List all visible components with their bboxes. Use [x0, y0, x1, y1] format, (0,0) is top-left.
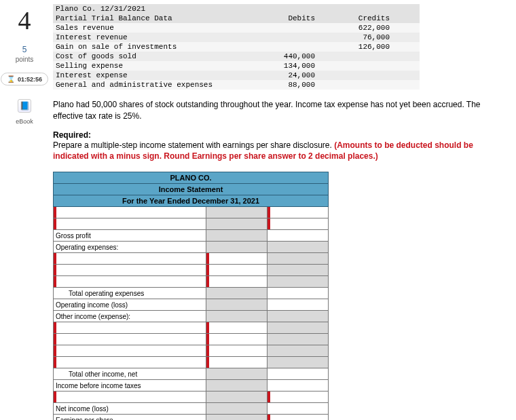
question-number: 4 — [18, 5, 31, 35]
tb-title-2: Partial Trial Balance Data — [53, 14, 243, 23]
is-amount — [268, 288, 329, 299]
hourglass-icon: ⌛ — [7, 75, 15, 83]
is-amount-input[interactable] — [206, 334, 268, 345]
is-cell — [206, 299, 268, 311]
is-dropdown[interactable] — [54, 207, 206, 218]
is-cell — [206, 288, 268, 299]
tb-row-deb — [243, 33, 318, 42]
is-header-3: For the Year Ended December 31, 2021 — [54, 195, 329, 207]
is-dropdown[interactable] — [54, 392, 206, 403]
is-amount-input[interactable] — [206, 357, 268, 368]
tb-row-label: Selling expense — [53, 61, 243, 71]
timer-text: 01:52:56 — [18, 76, 42, 83]
is-label: Operating expenses: — [54, 242, 206, 253]
is-amount — [268, 368, 329, 380]
is-dropdown[interactable] — [54, 345, 206, 357]
ebook-icon[interactable]: 📘 — [18, 99, 31, 113]
is-dropdown[interactable] — [54, 276, 206, 288]
is-cell — [268, 253, 329, 265]
is-amount-input[interactable] — [206, 265, 268, 276]
is-cell — [206, 218, 268, 230]
required-text: Prepare a multiple-step income statement… — [53, 140, 334, 150]
tb-row-deb: 134,000 — [243, 61, 318, 71]
timer-pill: ⌛ 01:52:56 — [1, 73, 48, 85]
tb-row-deb — [243, 23, 318, 33]
required-body: Prepare a multiple-step income statement… — [53, 140, 509, 163]
tb-row-deb: 88,000 — [243, 80, 318, 90]
tb-row-cred — [318, 61, 392, 71]
is-label: Gross profit — [54, 230, 206, 242]
tb-row-label: Cost of goods sold — [53, 52, 243, 61]
is-amount — [268, 299, 329, 311]
tb-col-credits: Credits — [318, 14, 392, 23]
trial-balance-box: Plano Co. 12/31/2021 Partial Trial Balan… — [53, 4, 420, 90]
tb-title-1: Plano Co. 12/31/2021 — [53, 4, 243, 14]
is-cell — [268, 345, 329, 357]
is-amount-input[interactable] — [206, 276, 268, 288]
is-amount-input[interactable] — [268, 218, 329, 230]
tb-row-cred — [318, 80, 392, 90]
is-cell — [206, 380, 268, 392]
tb-row-deb — [243, 42, 318, 52]
tb-row-deb: 440,000 — [243, 52, 318, 61]
tb-row-label: Sales revenue — [53, 23, 243, 33]
tb-row-label: Interest expense — [53, 71, 243, 80]
is-dropdown[interactable] — [54, 253, 206, 265]
is-cell — [206, 242, 268, 253]
is-label: Income before income taxes — [54, 380, 206, 392]
is-amount — [268, 230, 329, 242]
tb-row-cred — [318, 71, 392, 80]
is-cell — [268, 242, 329, 253]
is-amount — [268, 403, 329, 415]
is-label: Other income (expense): — [54, 311, 206, 322]
is-cell — [206, 207, 268, 218]
tb-row-cred — [318, 52, 392, 61]
ebook-label: eBook — [16, 118, 33, 125]
context-paragraph: Plano had 50,000 shares of stock outstan… — [53, 99, 509, 122]
is-cell — [206, 230, 268, 242]
tb-row-label: Interest revenue — [53, 33, 243, 42]
tb-col-debits: Debits — [243, 14, 318, 23]
tb-row-label: General and administrative expenses — [53, 80, 243, 90]
tb-row-label: Gain on sale of investments — [53, 42, 243, 52]
is-amount — [268, 380, 329, 392]
points-label: points — [16, 56, 34, 63]
is-cell — [206, 368, 268, 380]
income-statement-table: PLANO CO. Income Statement For the Year … — [53, 172, 329, 420]
points-value: 5 — [22, 45, 27, 54]
is-dropdown[interactable] — [54, 322, 206, 334]
tb-row-cred: 622,000 — [318, 23, 392, 33]
is-cell — [268, 322, 329, 334]
is-label: Total operating expenses — [54, 288, 206, 299]
is-amount-input[interactable] — [206, 345, 268, 357]
is-cell — [206, 311, 268, 322]
is-amount-input[interactable] — [206, 253, 268, 265]
is-dropdown[interactable] — [54, 265, 206, 276]
required-heading: Required: — [53, 130, 509, 140]
is-dropdown[interactable] — [54, 218, 206, 230]
is-cell — [206, 415, 268, 420]
tb-row-cred: 126,000 — [318, 42, 392, 52]
is-label: Operating income (loss) — [54, 299, 206, 311]
is-cell — [268, 357, 329, 368]
is-label: Total other income, net — [54, 368, 206, 380]
is-cell — [268, 334, 329, 345]
is-cell — [268, 276, 329, 288]
is-label: Net income (loss) — [54, 403, 206, 415]
is-cell — [268, 265, 329, 276]
is-amount-input[interactable] — [268, 415, 329, 420]
is-amount-input[interactable] — [206, 322, 268, 334]
is-cell — [206, 392, 268, 403]
tb-row-cred: 76,000 — [318, 33, 392, 42]
is-amount-input[interactable] — [268, 392, 329, 403]
is-cell — [268, 311, 329, 322]
tb-row-deb: 24,000 — [243, 71, 318, 80]
is-cell — [206, 403, 268, 415]
is-dropdown[interactable] — [54, 334, 206, 345]
is-dropdown[interactable] — [54, 357, 206, 368]
is-header-2: Income Statement — [54, 184, 329, 195]
is-amount-input[interactable] — [268, 207, 329, 218]
is-label: Earnings per share — [54, 415, 206, 420]
is-header-1: PLANO CO. — [54, 172, 329, 184]
